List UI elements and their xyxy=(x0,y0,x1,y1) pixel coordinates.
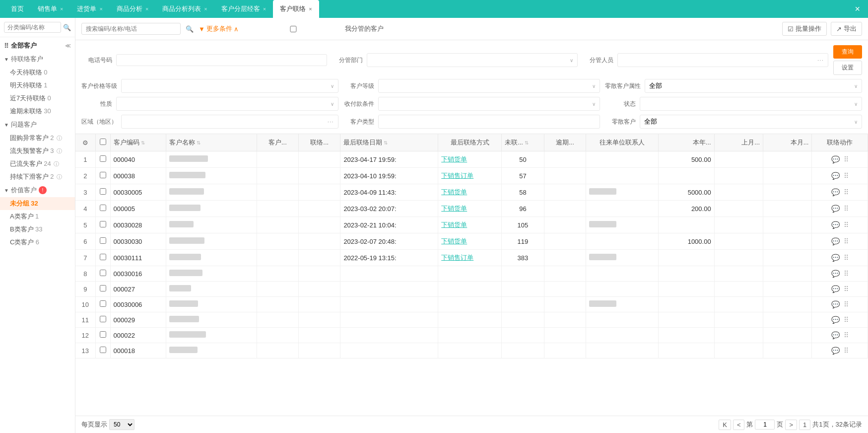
all-customers-header[interactable]: ⠿ 全部客户 ≪ xyxy=(0,37,75,52)
grid-action-icon[interactable]: ⠿ xyxy=(844,270,849,278)
col-header-settings[interactable]: ⚙ xyxy=(75,134,95,151)
row-checkbox[interactable] xyxy=(100,221,106,227)
close-purchase-tab[interactable]: × xyxy=(99,6,102,12)
grid-action-icon[interactable]: ⠿ xyxy=(844,172,849,180)
nav-sales[interactable]: 销售单 × xyxy=(31,0,70,18)
close-all-button[interactable]: × xyxy=(851,4,864,14)
close-product-list-tab[interactable]: × xyxy=(204,6,207,12)
nav-home[interactable]: 首页 xyxy=(4,0,31,18)
chat-icon[interactable]: 💬 xyxy=(831,172,840,180)
status-select[interactable]: ∨ xyxy=(640,97,862,111)
chat-icon[interactable]: 💬 xyxy=(831,300,840,308)
close-sales-tab[interactable]: × xyxy=(60,6,63,12)
staff-select[interactable]: ··· xyxy=(617,53,828,67)
my-customers-checkbox[interactable] xyxy=(244,26,343,32)
more-conditions-btn[interactable]: ▼ 更多条件 ∧ xyxy=(199,24,239,33)
close-customer-tier-tab[interactable]: × xyxy=(263,6,266,12)
problem-customers-group[interactable]: ▼ 问题客户 xyxy=(0,118,75,132)
reset-button[interactable]: 设置 xyxy=(833,61,862,75)
pay-terms-select[interactable]: ∨ xyxy=(378,97,601,111)
retail-attr-select[interactable]: 全部 ∨ xyxy=(645,79,862,93)
chat-icon[interactable]: 💬 xyxy=(831,205,840,213)
sidebar-recent7-pending[interactable]: 近7天待联络 0 xyxy=(0,92,75,105)
prev-page-button[interactable]: < xyxy=(733,420,745,430)
per-page-select[interactable]: 50 100 200 xyxy=(109,419,134,430)
sidebar-abnormal-order[interactable]: 固购异常客户 2 ⓘ xyxy=(0,132,75,144)
batch-operation-button[interactable]: ☑ 批量操作 xyxy=(782,22,827,36)
grid-action-icon[interactable]: ⠿ xyxy=(844,300,849,308)
grid-action-icon[interactable]: ⠿ xyxy=(844,347,849,355)
sidebar-ungraded[interactable]: 未分组 32 xyxy=(0,197,75,210)
chat-icon[interactable]: 💬 xyxy=(831,155,840,163)
row-checkbox[interactable] xyxy=(100,172,106,178)
retail-customer-select[interactable]: 全部 ∨ xyxy=(640,115,862,129)
sidebar-class-b[interactable]: B类客户 33 xyxy=(0,223,75,236)
chat-icon[interactable]: 💬 xyxy=(831,347,840,355)
chat-icon[interactable]: 💬 xyxy=(831,188,840,196)
nav-customer-tier[interactable]: 客户分层经客 × xyxy=(214,0,273,18)
col-header-last-date[interactable]: 最后联络日期 ⇅ xyxy=(340,134,438,151)
close-customer-contact-tab[interactable]: × xyxy=(309,6,312,12)
page-number-input[interactable] xyxy=(755,420,775,430)
row-checkbox[interactable] xyxy=(100,316,106,322)
customer-type-select[interactable] xyxy=(378,115,601,129)
sidebar-flow-loss[interactable]: 流失预警客户 3 ⓘ xyxy=(0,144,75,157)
sidebar-already-lost[interactable]: 已流失客户 24 ⓘ xyxy=(0,157,75,170)
grid-action-icon[interactable]: ⠿ xyxy=(844,285,849,293)
sidebar-today-pending[interactable]: 今天待联络 0 xyxy=(0,66,75,79)
grid-action-icon[interactable]: ⠿ xyxy=(844,316,849,324)
export-button[interactable]: ↗ 导出 xyxy=(831,22,862,36)
nav-product-list[interactable]: 商品分析列表 × xyxy=(155,0,214,18)
row-checkbox[interactable] xyxy=(100,347,106,353)
grid-action-icon[interactable]: ⠿ xyxy=(844,254,849,262)
sidebar-overdue-pending[interactable]: 逾期未联络 30 xyxy=(0,105,75,118)
row-checkbox[interactable] xyxy=(100,205,106,211)
chat-icon[interactable]: 💬 xyxy=(831,331,840,339)
row-checkbox[interactable] xyxy=(100,155,106,162)
chat-icon[interactable]: 💬 xyxy=(831,237,840,245)
chat-icon[interactable]: 💬 xyxy=(831,316,840,324)
col-header-name[interactable]: 客户名称 ⇅ xyxy=(166,134,257,151)
row-checkbox[interactable] xyxy=(100,254,106,260)
row-checkbox[interactable] xyxy=(100,300,106,307)
nav-customer-contact[interactable]: 客户联络 × xyxy=(273,0,319,18)
grid-action-icon[interactable]: ⠿ xyxy=(844,205,849,213)
close-product-analysis-tab[interactable]: × xyxy=(145,6,148,12)
collapse-sidebar-btn[interactable]: ≪ xyxy=(65,43,71,49)
first-page-button[interactable]: K xyxy=(719,420,731,430)
grid-action-icon[interactable]: ⠿ xyxy=(844,237,849,245)
nav-purchase[interactable]: 进货单 × xyxy=(70,0,109,18)
last-page-button[interactable]: 1 xyxy=(799,420,810,430)
select-all-checkbox[interactable] xyxy=(100,139,106,145)
nav-product-analysis[interactable]: 商品分析 × xyxy=(110,0,155,18)
grid-action-icon[interactable]: ⠿ xyxy=(844,221,849,229)
grid-action-icon[interactable]: ⠿ xyxy=(844,188,849,196)
row-checkbox[interactable] xyxy=(100,237,106,244)
region-select[interactable]: ··· xyxy=(121,115,338,129)
query-button[interactable]: 查询 xyxy=(833,45,862,59)
row-checkbox[interactable] xyxy=(100,331,106,338)
grid-action-icon[interactable]: ⠿ xyxy=(844,155,849,163)
filter-search-icon[interactable]: 🔍 xyxy=(186,25,194,33)
customer-level-select[interactable]: ∨ xyxy=(378,79,601,93)
search-input[interactable] xyxy=(81,23,181,35)
sidebar-tomorrow-pending[interactable]: 明天待联络 1 xyxy=(0,79,75,92)
phone-input[interactable] xyxy=(116,54,327,66)
pending-contact-group[interactable]: ▼ 待联络客户 xyxy=(0,52,75,66)
nature-select[interactable]: ∨ xyxy=(116,97,338,111)
row-checkbox[interactable] xyxy=(100,188,106,195)
dept-select[interactable]: ∨ xyxy=(367,53,578,67)
chat-icon[interactable]: 💬 xyxy=(831,285,840,293)
row-checkbox[interactable] xyxy=(100,270,106,276)
sidebar-keep-following[interactable]: 持续下滑客户 2 ⓘ xyxy=(0,170,75,183)
col-header-code[interactable]: 客户编码 ⇅ xyxy=(110,134,166,151)
value-customers-group[interactable]: ▼ 价值客户 ! xyxy=(0,183,75,197)
chat-icon[interactable]: 💬 xyxy=(831,254,840,262)
row-checkbox[interactable] xyxy=(100,285,106,291)
price-level-select[interactable]: ∨ xyxy=(121,79,338,93)
sidebar-search-icon[interactable]: 🔍 xyxy=(63,24,71,31)
col-header-no-contact[interactable]: 未联... ⇅ xyxy=(502,134,544,151)
next-page-button[interactable]: > xyxy=(785,420,797,430)
col-header-checkbox[interactable] xyxy=(95,134,110,151)
sidebar-search-input[interactable] xyxy=(4,22,61,33)
